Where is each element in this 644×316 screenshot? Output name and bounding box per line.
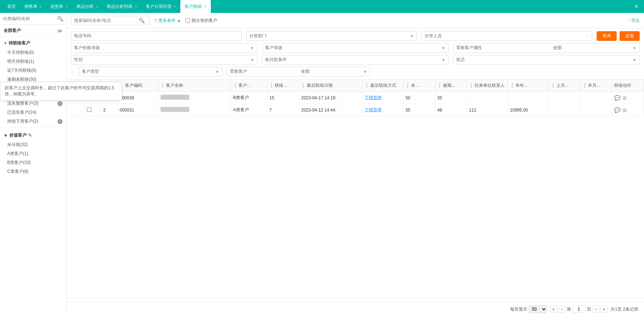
branch-person-field[interactable]: 分管人员 ··· [421, 31, 592, 41]
payment-terms-field[interactable]: 收付款条件 ▼ [262, 55, 449, 65]
advanced-filter: 电话号码 分管部门 ▼ 分管人员 ··· 查询 设置 客户价格等级 [66, 28, 644, 80]
content-area: 🔍 ▽ 更多条件 ▲ 我分管的客户 ↑ 导出 电话号码 [66, 13, 644, 316]
pending-contact-triangle-icon: ▼ [4, 41, 7, 45]
th-name[interactable]: ⋮ 客户名称 [158, 80, 231, 92]
nav-item-product-analysis[interactable]: 商品分析 × [72, 0, 102, 13]
week-pending-item[interactable]: 近7天待联络(0) [0, 66, 66, 75]
phone-field[interactable]: 电话号码 [71, 31, 242, 41]
th-year-amount[interactable]: ⋮ 本年... [508, 80, 548, 92]
status-field[interactable]: 状态 ▼ [453, 55, 640, 65]
today-pending-item[interactable]: 今天待联络(0) [0, 48, 66, 57]
b-class-item[interactable]: B类客户(33) [0, 158, 66, 167]
top-nav: 首页 销售单 × 进货单 × 商品分析 × 商品分析列表 × 客户分层经营 × … [0, 0, 644, 13]
more-conditions-button[interactable]: ▽ 更多条件 ▲ [154, 18, 181, 24]
td-last-method-2[interactable]: 下销货单 [362, 104, 403, 116]
th-last-contact-method[interactable]: ⋮ 最后联络方式 [362, 80, 403, 92]
last-method-link-1[interactable]: 下销货单 [365, 95, 382, 100]
filter-bar: 🔍 ▽ 更多条件 ▲ 我分管的客户 ↑ 导出 [66, 13, 644, 28]
td-last-date-1: 2023-04-17 14:19: [299, 92, 362, 104]
customer-type-field[interactable]: 客户类型 ▼ [79, 67, 222, 76]
close-customer-contact-icon[interactable]: × [204, 4, 206, 9]
category-search-input[interactable] [3, 16, 57, 21]
unclassified-item[interactable]: 未分组(32) [0, 140, 66, 149]
horizontal-scrollbar[interactable] [66, 298, 644, 302]
td-type-2: A类客户 [231, 104, 267, 116]
page-nav: « ‹ 第 页 › » [550, 306, 608, 313]
prev-page-button[interactable]: ‹ [559, 306, 565, 313]
close-product-analysis-list-icon[interactable]: × [135, 4, 137, 9]
close-sales-icon[interactable]: × [40, 4, 42, 9]
value-customer-edit-icon[interactable]: ✎ [28, 133, 32, 138]
nav-item-customer-layer[interactable]: 客户分层经营 × [142, 0, 180, 13]
th-this-month[interactable]: ⋮ 本月... [580, 80, 612, 92]
nav-item-sales[interactable]: 销售单 × [20, 0, 46, 13]
search-bar-icon[interactable]: 🔍 [139, 18, 145, 23]
td-name-2 [158, 104, 231, 116]
th-last-contact-date[interactable]: ⋮ 最后联络日期 [299, 80, 362, 92]
search-input[interactable] [74, 18, 139, 23]
settings-button[interactable]: 设置 [620, 31, 640, 41]
th-last-month[interactable]: ⋮ 上月... [548, 80, 580, 92]
branch-dept-field[interactable]: 分管部门 ▼ [246, 31, 417, 41]
customer-price-grade-field[interactable]: 客户价格等级 ▼ [71, 43, 258, 53]
retail-customer-field[interactable]: 零散客户 全部 ▼ [227, 67, 370, 76]
filter-row-4: ··· 客户类型 ▼ 零散客户 全部 ▼ [71, 67, 640, 76]
close-customer-layer-icon[interactable]: × [174, 4, 176, 9]
window-close-button[interactable]: × [631, 3, 641, 10]
my-customer-checkbox[interactable] [185, 18, 190, 23]
blurred-name-1 [161, 95, 189, 100]
td-check-2[interactable] [85, 104, 101, 116]
th-contact-count[interactable]: ⋮ 联络... [267, 80, 299, 92]
td-this-month-2 [580, 104, 612, 116]
row2-checkbox[interactable] [87, 107, 92, 112]
current-page-input[interactable] [573, 306, 585, 313]
close-purchase-icon[interactable]: × [65, 4, 68, 9]
th-type[interactable]: ⋮ 客户... [231, 80, 267, 92]
td-last-method-1[interactable]: 下销货单 [362, 92, 403, 104]
query-button[interactable]: 查询 [597, 31, 617, 41]
th-unit-contact[interactable]: ⋮ 往来单位联系人 [467, 80, 508, 92]
th-uncontacted[interactable]: ⋮ 未... [403, 80, 435, 92]
table-row: 2 000031 A类客户 7 2023-04-12 14:44: 下销货单 5… [66, 104, 644, 116]
nav-item-home[interactable]: 首页 [3, 0, 20, 13]
more-icon-2[interactable]: ⊞ [622, 107, 627, 113]
pending-contact-title[interactable]: ▼ 待联络客户 [0, 38, 66, 48]
export-button[interactable]: ↑ 导出 [628, 18, 640, 24]
declining-customers-item[interactable]: 持续下滑客户(2) i [0, 117, 66, 126]
td-uncontacted-2: 55 [403, 104, 435, 116]
a-class-item[interactable]: A类客户(1) [0, 149, 66, 158]
losing-info-icon[interactable]: i [57, 101, 62, 106]
sidebar-collapse-button[interactable]: ≫ [57, 28, 62, 34]
nav-item-purchase[interactable]: 进货单 × [46, 0, 72, 13]
customer-grade-field[interactable]: 客户等级 ▼ [262, 43, 449, 53]
last-page-button[interactable]: » [601, 306, 608, 313]
sidebar: 🔍 全部客户 ≫ ▼ 待联络客户 今天待联络(0) 明天待联络(1) 近7天待联… [0, 13, 66, 316]
contact-icon-2[interactable]: 💬 [614, 107, 620, 113]
lost-customers-item[interactable]: 已流失客户(24) [0, 108, 66, 117]
per-page-select[interactable]: 50 20 100 [529, 305, 547, 313]
tooltip-box: 距客户上次交易时长，超过了此客户的平均交易周期的1.5倍，则视为异常。 [0, 82, 122, 100]
contact-icon-1[interactable]: 💬 [614, 95, 620, 101]
th-code[interactable]: ⋮ 客户编码 [117, 80, 158, 92]
first-page-button[interactable]: « [550, 306, 557, 313]
th-overdue[interactable]: ⋮ 逾期... [435, 80, 467, 92]
last-method-link-2[interactable]: 下销货单 [365, 107, 382, 112]
td-overdue-1: 35 [435, 92, 467, 104]
filter-row-3: 性别 ▼ 收付款条件 ▼ 状态 ▼ [71, 55, 640, 65]
expand-more-icon[interactable]: ··· [71, 69, 74, 74]
c-class-item[interactable]: C类客户(6) [0, 167, 66, 176]
retail-customer-attr-field[interactable]: 零散客户属性 全部 ▼ [453, 43, 640, 53]
next-page-button[interactable]: › [593, 306, 599, 313]
more-icon-1[interactable]: ⊞ [622, 95, 627, 101]
td-uncontacted-1: 50 [403, 92, 435, 104]
nav-item-customer-contact[interactable]: 客户联络 × [180, 0, 210, 13]
value-customer-title[interactable]: ▼ 价值客户 ✎ [0, 131, 66, 140]
tomorrow-pending-item[interactable]: 明天待联络(1) [0, 57, 66, 66]
close-product-analysis-icon[interactable]: × [96, 4, 98, 9]
nav-item-product-analysis-list[interactable]: 商品分析列表 × [102, 0, 141, 13]
gender-field[interactable]: 性别 ▼ [71, 55, 258, 65]
table-row: 1 000039 B类客户 15 2023-04-17 14:19: 下销货单 … [66, 92, 644, 104]
category-search-icon[interactable]: 🔍 [57, 16, 63, 22]
my-customer-checkbox-wrap: 我分管的客户 [185, 18, 217, 24]
declining-info-icon[interactable]: i [57, 119, 62, 124]
